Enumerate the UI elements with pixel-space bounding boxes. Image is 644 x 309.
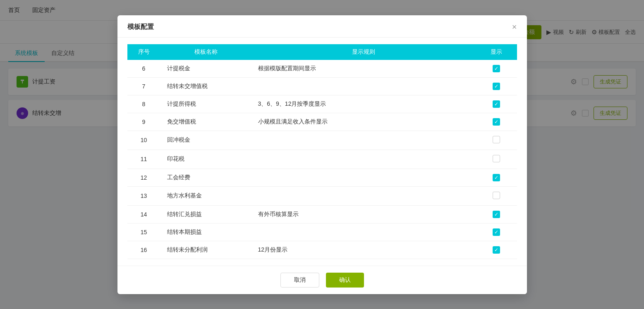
cell-name: 结转未分配利润	[160, 241, 251, 259]
table-row: 7结转未交增值税✓	[127, 77, 517, 95]
table-row: 16结转未分配利润12月份显示✓	[127, 241, 517, 259]
checkbox-row-13[interactable]	[493, 192, 500, 199]
close-icon[interactable]: ×	[512, 23, 517, 31]
table-row: 13地方水利基金	[127, 186, 517, 205]
cell-id: 15	[127, 223, 160, 241]
cell-id: 16	[127, 241, 160, 259]
col-header-rule: 显示规则	[251, 44, 476, 60]
dialog-template-config: 模板配置 × 序号 模板名称 显示规则 显示 6计提税金根据模版配置期间显示✓7…	[117, 15, 527, 294]
cancel-button[interactable]: 取消	[280, 273, 319, 288]
cell-rule	[251, 131, 476, 150]
cell-id: 10	[127, 131, 160, 150]
table-row: 10回冲税金	[127, 131, 517, 150]
cell-checkbox[interactable]	[476, 150, 517, 169]
cell-rule	[251, 77, 476, 95]
dialog-footer: 取消 确认	[117, 266, 527, 294]
cell-id: 13	[127, 186, 160, 205]
checkbox-row-12[interactable]: ✓	[493, 174, 500, 181]
cell-rule	[251, 169, 476, 186]
col-header-show: 显示	[476, 44, 517, 60]
cell-name: 计提所得税	[160, 95, 251, 113]
cell-id: 7	[127, 77, 160, 95]
cell-name: 地方水利基金	[160, 186, 251, 205]
cell-name: 免交增值税	[160, 113, 251, 131]
cell-id: 8	[127, 95, 160, 113]
cell-id: 9	[127, 113, 160, 131]
cell-name: 计提税金	[160, 60, 251, 78]
dialog-header: 模板配置 ×	[117, 15, 527, 38]
cell-name: 结转汇兑损益	[160, 205, 251, 223]
cell-rule: 有外币核算显示	[251, 205, 476, 223]
table-row: 15结转本期损益✓	[127, 223, 517, 241]
checkbox-row-15[interactable]: ✓	[493, 228, 500, 236]
cell-name: 回冲税金	[160, 131, 251, 150]
config-table: 序号 模板名称 显示规则 显示 6计提税金根据模版配置期间显示✓7结转未交增值税…	[127, 44, 517, 259]
dialog-body: 序号 模板名称 显示规则 显示 6计提税金根据模版配置期间显示✓7结转未交增值税…	[117, 38, 527, 266]
table-row: 11印花税	[127, 150, 517, 169]
checkbox-row-8[interactable]: ✓	[493, 100, 500, 108]
cell-checkbox[interactable]: ✓	[476, 77, 517, 95]
cell-rule	[251, 223, 476, 241]
checkbox-row-6[interactable]: ✓	[493, 65, 500, 72]
col-header-name: 模板名称	[160, 44, 251, 60]
cell-name: 结转未交增值税	[160, 77, 251, 95]
cell-name: 印花税	[160, 150, 251, 169]
cell-rule	[251, 150, 476, 169]
table-body: 6计提税金根据模版配置期间显示✓7结转未交增值税✓8计提所得税3、6、9、12月…	[127, 60, 517, 259]
cell-id: 6	[127, 60, 160, 78]
cell-checkbox[interactable]: ✓	[476, 169, 517, 186]
cell-name: 结转本期损益	[160, 223, 251, 241]
table-head: 序号 模板名称 显示规则 显示	[127, 44, 517, 60]
dialog-title: 模板配置	[127, 23, 154, 31]
checkbox-row-16[interactable]: ✓	[493, 246, 500, 254]
checkbox-row-9[interactable]: ✓	[493, 118, 500, 126]
cell-checkbox[interactable]	[476, 131, 517, 150]
col-header-id: 序号	[127, 44, 160, 60]
cell-checkbox[interactable]: ✓	[476, 223, 517, 241]
modal-overlay: 模板配置 × 序号 模板名称 显示规则 显示 6计提税金根据模版配置期间显示✓7…	[0, 0, 644, 309]
cell-rule: 3、6、9、12月按季度显示	[251, 95, 476, 113]
cell-checkbox[interactable]: ✓	[476, 113, 517, 131]
cell-rule: 12月份显示	[251, 241, 476, 259]
cell-name: 工会经费	[160, 169, 251, 186]
cell-checkbox[interactable]: ✓	[476, 241, 517, 259]
table-row: 8计提所得税3、6、9、12月按季度显示✓	[127, 95, 517, 113]
table-row: 12工会经费✓	[127, 169, 517, 186]
confirm-button[interactable]: 确认	[326, 273, 364, 288]
cell-rule	[251, 186, 476, 205]
cell-rule: 小规模且满足收入条件显示	[251, 113, 476, 131]
cell-id: 12	[127, 169, 160, 186]
checkbox-row-10[interactable]	[493, 136, 500, 143]
cell-checkbox[interactable]: ✓	[476, 95, 517, 113]
checkbox-row-14[interactable]: ✓	[493, 211, 500, 218]
cell-checkbox[interactable]	[476, 186, 517, 205]
table-row: 9免交增值税小规模且满足收入条件显示✓	[127, 113, 517, 131]
cell-checkbox[interactable]: ✓	[476, 60, 517, 78]
cell-id: 14	[127, 205, 160, 223]
table-row: 14结转汇兑损益有外币核算显示✓	[127, 205, 517, 223]
table-row: 6计提税金根据模版配置期间显示✓	[127, 60, 517, 78]
cell-checkbox[interactable]: ✓	[476, 205, 517, 223]
checkbox-row-7[interactable]: ✓	[493, 83, 500, 90]
cell-rule: 根据模版配置期间显示	[251, 60, 476, 78]
cell-id: 11	[127, 150, 160, 169]
checkbox-row-11[interactable]	[493, 155, 500, 162]
